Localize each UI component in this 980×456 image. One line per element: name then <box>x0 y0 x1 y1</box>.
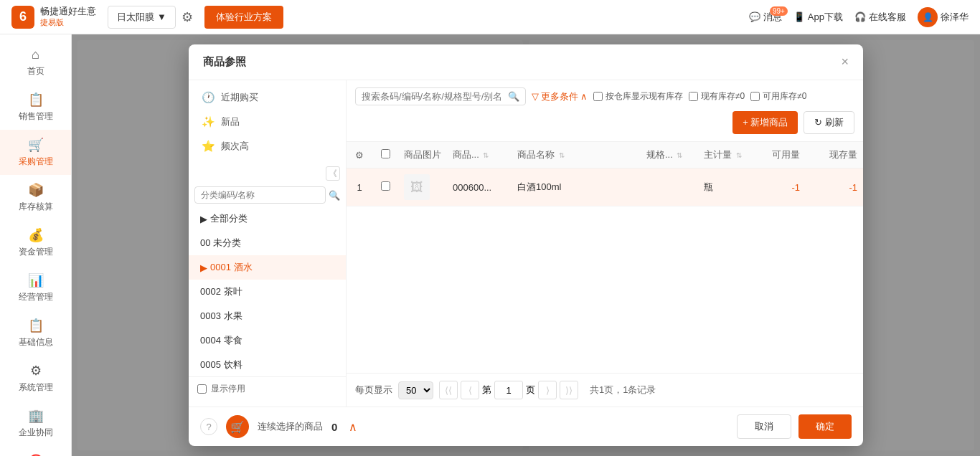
product-table-wrap: ⚙ 商品图片 商品... <box>347 141 863 373</box>
user-profile[interactable]: 👤 徐泽华 <box>918 7 969 27</box>
check-warehouse-checkbox[interactable] <box>593 92 603 101</box>
next-page-btn[interactable]: ⟩ <box>538 381 557 399</box>
help-button[interactable]: ? <box>200 418 217 435</box>
messages-badge: 99+ <box>770 6 788 16</box>
page-input[interactable] <box>494 381 523 399</box>
category-all[interactable]: ▶ 全部分类 <box>189 206 346 231</box>
category-0004[interactable]: 0004 零食 <box>189 328 346 353</box>
left-tabs: 🕐 近期购买 ✨ 新品 ⭐ 频次高 <box>189 86 346 158</box>
page-label: 第 <box>482 384 491 396</box>
col-unit-header[interactable]: 主计量 ⇅ <box>698 142 748 168</box>
col-name-header[interactable]: 商品名称 ⇅ <box>512 142 641 168</box>
sidebar-item-system[interactable]: ⚙ 系统管理 <box>0 356 71 401</box>
product-search-input[interactable] <box>362 91 505 102</box>
sidebar-label-basic: 基础信息 <box>19 336 53 348</box>
cancel-button[interactable]: 取消 <box>737 414 791 439</box>
row-checkbox-cell <box>372 168 398 206</box>
footer-actions: 取消 确定 <box>737 414 852 439</box>
gear-icon[interactable]: ⚙ <box>182 9 193 25</box>
sidebar-label-home: 首页 <box>27 65 44 77</box>
modal-header: 商品参照 × <box>189 44 863 80</box>
check-usable-stock-label[interactable]: 可用库存≠0 <box>750 90 806 103</box>
col-stock-header[interactable]: 现存量 <box>806 142 863 168</box>
cart-count: 0 <box>331 421 337 433</box>
tab-frequent[interactable]: ⭐ 频次高 <box>194 135 340 158</box>
category-0005[interactable]: 0005 饮料 <box>189 353 346 376</box>
per-page-label: 每页显示 <box>355 384 392 396</box>
sidebar-item-sales[interactable]: 📋 销售管理 <box>0 85 71 130</box>
col-check <box>372 142 398 168</box>
expand-icon: ▶ <box>200 214 207 224</box>
check-current-stock-checkbox[interactable] <box>689 92 698 101</box>
check-usable-stock-checkbox[interactable] <box>750 92 760 101</box>
sidebar-item-inventory[interactable]: 📦 库存核算 <box>0 175 71 220</box>
collapse-panel-button[interactable]: 《 <box>326 166 340 181</box>
online-service-btn[interactable]: 🎧 在线客服 <box>854 11 906 24</box>
row-checkbox[interactable] <box>381 181 390 191</box>
confirm-button[interactable]: 确定 <box>798 414 852 439</box>
basic-icon: 📋 <box>28 318 44 333</box>
frequent-icon: ⭐ <box>202 140 215 153</box>
messages-btn[interactable]: 💬 消息 99+ <box>749 11 782 24</box>
sidebar-item-operations[interactable]: 📊 经营管理 <box>0 265 71 310</box>
sidebar-item-finance[interactable]: 💰 资金管理 <box>0 220 71 265</box>
select-all-checkbox[interactable] <box>381 149 390 158</box>
sidebar-item-basic[interactable]: 📋 基础信息 <box>0 310 71 356</box>
table-toolbar: 🔍 ▽ 更多条件 ∧ 按仓库显示现有库存 <box>347 80 863 141</box>
search-icon[interactable]: 🔍 <box>508 91 519 102</box>
category-00[interactable]: 00 未分类 <box>189 231 346 255</box>
sidebar-item-purchase[interactable]: 🛒 采购管理 <box>0 130 71 175</box>
logo-sub: 捷易版 <box>40 17 96 28</box>
check-warehouse-label[interactable]: 按仓库显示现有库存 <box>593 90 683 103</box>
main-area: 商品参照 × 🕐 近期购买 ✨ <box>72 34 980 456</box>
last-page-btn[interactable]: ⟩⟩ <box>560 381 578 399</box>
experience-btn[interactable]: 体验行业方案 <box>204 6 283 29</box>
chevron-down-icon: ▼ <box>157 11 166 22</box>
tab-new[interactable]: ✨ 新品 <box>194 110 340 133</box>
category-0003[interactable]: 0003 水果 <box>189 304 346 328</box>
modal-close-button[interactable]: × <box>841 54 849 70</box>
row-num: 1 <box>347 168 372 206</box>
sidebar-item-enterprise[interactable]: 🏢 企业协同 <box>0 401 71 446</box>
top-nav: 6 畅捷通好生意 捷易版 日太阳膜 ▼ ⚙ 体验行业方案 💬 消息 99+ 📱 … <box>0 0 980 34</box>
category-search-icon[interactable]: 🔍 <box>329 190 340 201</box>
modal-footer: ? 🛒 连续选择的商品 0 ∧ 取消 确定 <box>189 407 863 446</box>
modal: 商品参照 × 🕐 近期购买 ✨ <box>189 44 863 446</box>
show-disabled-checkbox[interactable] <box>197 384 207 394</box>
category-0001[interactable]: ▶ 0001 酒水 <box>189 255 346 280</box>
nav-right: 💬 消息 99+ 📱 App下载 🎧 在线客服 👤 徐泽华 <box>749 7 969 27</box>
col-code-header[interactable]: 商品... ⇅ <box>447 142 512 168</box>
add-product-btn[interactable]: + 新增商品 <box>732 111 798 134</box>
filter-more-btn[interactable]: ▽ 更多条件 ∧ <box>532 90 588 103</box>
logo-name: 畅捷通好生意 <box>40 6 96 18</box>
col-avail-header[interactable]: 可用量 <box>748 142 806 168</box>
per-page-select[interactable]: 50 <box>398 381 433 399</box>
prev-page-btn[interactable]: ⟨ <box>461 381 479 399</box>
category-0002[interactable]: 0002 茶叶 <box>189 280 346 304</box>
col-settings[interactable]: ⚙ <box>347 142 372 168</box>
refresh-btn[interactable]: ↻ 刷新 <box>804 111 854 134</box>
sidebar-label-system: 系统管理 <box>19 381 53 394</box>
collapse-footer-btn[interactable]: ∧ <box>349 420 357 434</box>
row-spec <box>641 168 698 206</box>
message-icon: 💬 <box>749 11 760 22</box>
filter-icon: ▽ <box>532 91 539 102</box>
cart-icon[interactable]: 🛒 <box>226 415 249 438</box>
sidebar-item-guide[interactable]: 🎯 新手引导 <box>0 446 71 456</box>
nav-dropdown[interactable]: 日太阳膜 ▼ <box>108 6 176 29</box>
purchase-icon: 🛒 <box>28 137 44 153</box>
first-page-btn[interactable]: ⟨⟨ <box>439 381 458 399</box>
app-download-btn[interactable]: 📱 App下载 <box>793 11 843 24</box>
row-stock: -1 <box>806 168 863 206</box>
layout: ⌂ 首页 📋 销售管理 🛒 采购管理 📦 库存核算 💰 资金管理 📊 经营管理 … <box>0 34 980 456</box>
col-spec-header[interactable]: 规格... ⇅ <box>641 142 698 168</box>
image-icon: 🖼 <box>410 180 423 195</box>
sort-unit-icon: ⇅ <box>736 151 742 159</box>
tab-recent[interactable]: 🕐 近期购买 <box>194 86 340 109</box>
category-search-input[interactable] <box>194 186 326 204</box>
table-row[interactable]: 1 🖼 <box>347 168 863 206</box>
check-current-stock-label[interactable]: 现有库存≠0 <box>689 90 745 103</box>
logo-icon: 6 <box>11 6 34 29</box>
right-panel: 🔍 ▽ 更多条件 ∧ 按仓库显示现有库存 <box>347 80 863 407</box>
sidebar-item-home[interactable]: ⌂ 首页 <box>0 40 71 85</box>
